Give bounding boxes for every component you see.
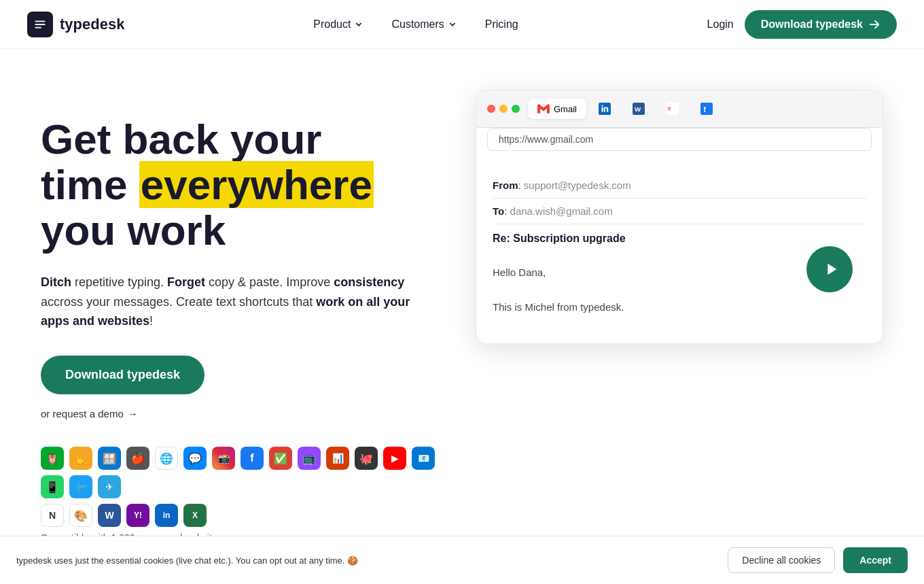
linkedin-tab-icon	[599, 103, 611, 115]
facebook-tab-icon: f	[700, 103, 713, 115]
nav-pricing[interactable]: Pricing	[474, 13, 529, 36]
from-value: support@typedesk.com	[524, 179, 631, 191]
dot-green	[512, 105, 520, 113]
hero-section: Get back yourtime everywhereyou work Dit…	[0, 49, 924, 584]
yahoo2-icon: Y!	[126, 504, 149, 527]
telegram-icon: ✈	[98, 475, 121, 498]
app-icons-row-2: N 🎨 W Y! in X	[41, 504, 435, 527]
subtext-forget: Forget	[167, 275, 205, 289]
play-button[interactable]	[806, 246, 853, 292]
outlook-icon: 📧	[412, 447, 435, 470]
login-link[interactable]: Login	[707, 18, 734, 31]
dot-red	[487, 105, 495, 113]
nav-download-button[interactable]: Download typedesk	[745, 10, 897, 39]
whatsapp-icon: 📱	[41, 475, 64, 498]
svg-rect-5	[700, 103, 713, 115]
email-to-field: To: dana.wish@gmail.com	[493, 199, 866, 224]
svg-text:#: #	[667, 105, 671, 112]
url-bar[interactable]: https://www.gmail.com	[487, 128, 872, 151]
browser-tabs: Gmail W #	[528, 99, 722, 119]
word-icon: W	[98, 504, 121, 527]
tab-slack[interactable]: #	[657, 99, 688, 119]
browser-dots	[487, 105, 520, 113]
hero-left: Get back yourtime everywhereyou work Dit…	[41, 90, 435, 557]
browser-mockup: Gmail W #	[476, 90, 883, 344]
linkedin-icon: in	[155, 504, 178, 527]
navbar: typedesk Product Customers Pricing Login…	[0, 0, 924, 49]
nav-download-label: Download typedesk	[761, 18, 863, 31]
to-value: dana.wish@gmail.com	[510, 205, 613, 217]
youtube-icon: ▶	[383, 447, 406, 470]
windows-icon: 🪟	[98, 447, 121, 470]
instagram-icon: 📸	[212, 447, 235, 470]
demo-link[interactable]: or request a demo →	[41, 408, 435, 419]
headline-part3: you work	[41, 207, 226, 254]
nav-customers[interactable]: Customers	[380, 13, 468, 36]
subtext-ditch: Ditch	[41, 275, 71, 289]
yahoo-icon: ✋	[69, 447, 92, 470]
accept-cookies-button[interactable]: Accept	[843, 547, 908, 573]
slack-icon: 🎨	[69, 504, 92, 527]
app-icons-row-1: 🦉 ✋ 🪟 🍎 🌐 💬 📸 f ✅ 📺 📊 🐙 ▶ 📧 📱 🐦 ✈	[41, 447, 435, 498]
from-label: From	[493, 179, 518, 191]
excel-icon: X	[183, 504, 207, 527]
subtext-work-on-all: work on all your apps and websites	[41, 295, 410, 328]
logo-icon	[27, 12, 53, 37]
hero-right: Gmail W #	[476, 90, 883, 344]
decline-cookies-button[interactable]: Decline all cookies	[728, 547, 835, 573]
arrow-icon: →	[128, 408, 138, 419]
logo-text: typedesk	[60, 16, 124, 33]
word-tab-icon: W	[633, 103, 645, 115]
nav-links: Product Customers Pricing	[302, 13, 529, 36]
svg-text:f: f	[703, 105, 706, 114]
nav-customers-label: Customers	[391, 18, 444, 31]
chevron-down-icon	[447, 19, 458, 30]
chevron-down-icon	[353, 19, 364, 30]
logo[interactable]: typedesk	[27, 12, 124, 37]
hero-download-button[interactable]: Download typedesk	[41, 356, 205, 394]
play-icon	[821, 260, 840, 279]
github-icon: 🐙	[355, 447, 378, 470]
hero-headline: Get back yourtime everywhereyou work	[41, 117, 435, 254]
tab-facebook[interactable]: f	[691, 99, 722, 119]
twitch-icon: 📺	[298, 447, 321, 470]
email-body-line2: This is Michel from typedesk.	[493, 298, 866, 316]
subtext-consistency: consistency	[334, 275, 404, 289]
arrow-right-icon	[868, 18, 881, 31]
nav-product-label: Product	[313, 18, 351, 31]
nav-right: Login Download typedesk	[707, 10, 897, 39]
messenger-icon: 💬	[183, 447, 207, 470]
cookie-text: typedesk uses just the essential cookies…	[16, 555, 358, 566]
nav-product[interactable]: Product	[302, 13, 375, 36]
tab-linkedin[interactable]	[589, 99, 620, 119]
app-icons: 🦉 ✋ 🪟 🍎 🌐 💬 📸 f ✅ 📺 📊 🐙 ▶ 📧 📱 🐦 ✈ N	[41, 447, 435, 543]
email-body: Hello Dana, This is Michel from typedesk…	[493, 253, 866, 316]
svg-text:W: W	[635, 105, 641, 113]
slack-tab-icon: #	[667, 103, 679, 115]
office-icon: 📊	[326, 447, 349, 470]
browser-chrome: Gmail W #	[476, 90, 883, 128]
evernote-icon: 🦉	[41, 447, 64, 470]
hero-download-label: Download typedesk	[65, 368, 180, 381]
logo-svg	[33, 17, 48, 32]
cookie-buttons: Decline all cookies Accept	[728, 547, 908, 573]
chrome-icon: 🌐	[155, 447, 178, 470]
headline-highlight: everywhere	[139, 161, 374, 208]
tab-gmail-label: Gmail	[554, 104, 577, 114]
tab-word[interactable]: W	[623, 99, 654, 119]
hero-subtext: Ditch repetitive typing. Forget copy & p…	[41, 273, 435, 331]
email-content: From: support@typedesk.com To: dana.wish…	[476, 159, 883, 343]
dot-yellow	[499, 105, 508, 113]
tab-gmail[interactable]: Gmail	[528, 99, 586, 119]
cookie-banner: typedesk uses just the essential cookies…	[0, 536, 924, 584]
apple-icon: 🍎	[126, 447, 149, 470]
twitter-icon: 🐦	[69, 475, 92, 498]
notion-icon: N	[41, 504, 64, 527]
email-from-field: From: support@typedesk.com	[493, 173, 866, 199]
to-label: To	[493, 205, 504, 217]
gmail-icon	[537, 103, 550, 115]
nav-pricing-label: Pricing	[485, 18, 518, 31]
todoist-icon: ✅	[269, 447, 292, 470]
email-subject: Re: Subscription upgrade	[493, 224, 866, 253]
demo-link-text: or request a demo	[41, 408, 124, 419]
